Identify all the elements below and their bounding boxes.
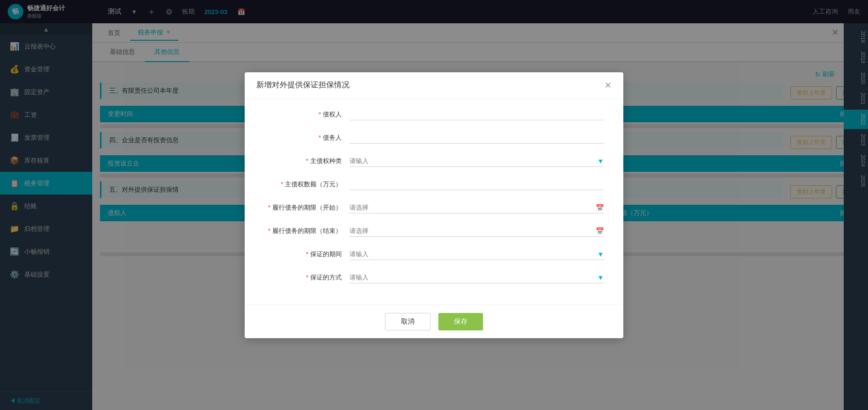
guarantee-method-input[interactable] xyxy=(350,272,604,283)
guarantee-period-label: * 保证的期间 xyxy=(264,250,342,259)
period-start-date-wrapper: 📅 xyxy=(350,202,604,213)
period-start-input[interactable] xyxy=(350,202,604,213)
modal-footer: 取消 保存 xyxy=(245,305,623,338)
form-row-debtor: * 债务人 xyxy=(264,132,604,144)
debtor-input[interactable] xyxy=(350,132,604,144)
guarantee-period-select-wrapper: ▼ xyxy=(350,248,604,260)
save-button[interactable]: 保存 xyxy=(438,313,483,330)
modal-close-button[interactable]: ✕ xyxy=(604,80,612,91)
period-end-label: * 履行债务的期限（结束） xyxy=(264,227,342,235)
claim-type-select-wrapper: ▼ xyxy=(350,155,604,167)
form-row-period-end: * 履行债务的期限（结束） 📅 xyxy=(264,225,604,237)
modal-title: 新增对外提供保证担保情况 xyxy=(256,80,350,90)
form-row-guarantee-period: * 保证的期间 ▼ xyxy=(264,248,604,260)
debtor-label: * 债务人 xyxy=(264,133,342,142)
cancel-button[interactable]: 取消 xyxy=(385,313,431,330)
form-row-period-start: * 履行债务的期限（开始） 📅 xyxy=(264,202,604,213)
modal-header: 新增对外提供保证担保情况 ✕ xyxy=(245,72,623,99)
claim-amount-label: * 主债权数额（万元） xyxy=(264,180,342,189)
period-end-calendar-icon[interactable]: 📅 xyxy=(596,227,604,235)
modal-overlay[interactable]: 新增对外提供保证担保情况 ✕ * 债权人 * 债务人 xyxy=(0,0,868,410)
creditor-label: * 债权人 xyxy=(264,110,342,119)
claim-type-input[interactable] xyxy=(350,155,604,167)
guarantee-period-input[interactable] xyxy=(350,248,604,260)
modal-dialog: 新增对外提供保证担保情况 ✕ * 债权人 * 债务人 xyxy=(245,72,623,338)
claim-type-label: * 主债权种类 xyxy=(264,157,342,165)
form-row-creditor: * 债权人 xyxy=(264,109,604,120)
guarantee-method-select-wrapper: ▼ xyxy=(350,272,604,283)
period-end-date-wrapper: 📅 xyxy=(350,225,604,237)
period-start-label: * 履行债务的期限（开始） xyxy=(264,203,342,212)
guarantee-method-label: * 保证的方式 xyxy=(264,273,342,282)
form-row-claim-amount: * 主债权数额（万元） xyxy=(264,179,604,190)
period-start-calendar-icon[interactable]: 📅 xyxy=(596,204,604,212)
period-end-input[interactable] xyxy=(350,225,604,237)
creditor-input[interactable] xyxy=(350,109,604,120)
form-row-claim-type: * 主债权种类 ▼ xyxy=(264,155,604,167)
form-row-guarantee-method: * 保证的方式 ▼ xyxy=(264,272,604,283)
modal-body: * 债权人 * 债务人 * 主债权种类 xyxy=(245,99,623,305)
claim-amount-input[interactable] xyxy=(350,179,604,190)
